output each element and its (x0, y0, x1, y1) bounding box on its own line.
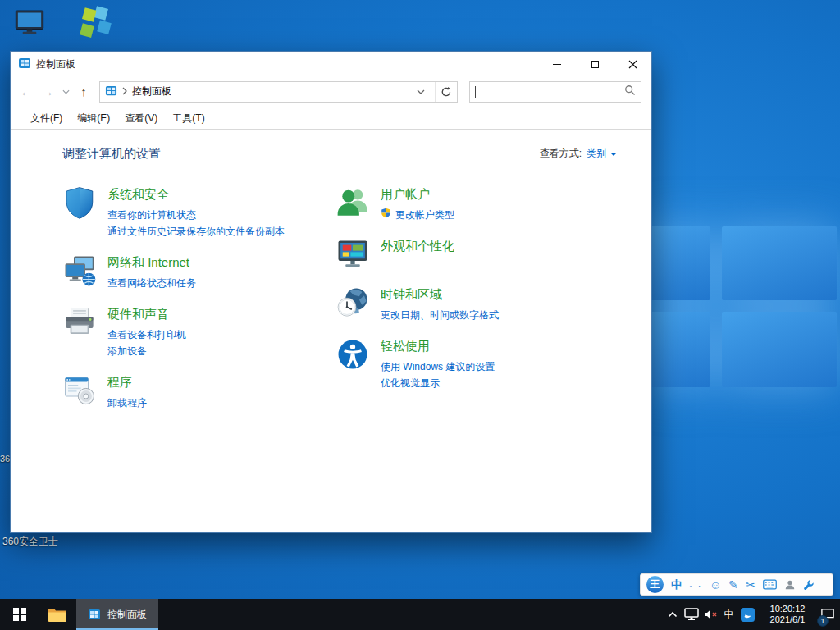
windows-logo-pane (650, 226, 710, 300)
category-task-link[interactable]: 添加设备 (107, 343, 186, 359)
menu-file[interactable]: 文件(F) (24, 112, 69, 126)
programs-icon[interactable] (62, 373, 97, 408)
ime-pencil-icon[interactable]: ✎ (728, 578, 738, 591)
system-security-shield-icon[interactable] (62, 185, 97, 220)
category-task-link[interactable]: 卸载程序 (107, 395, 147, 411)
category-task-link[interactable]: 查看网络状态和任务 (107, 275, 196, 291)
printer-icon[interactable] (62, 305, 97, 340)
category-title-link[interactable]: 程序 (107, 375, 147, 390)
ime-toolbox-icon[interactable] (803, 579, 815, 591)
category-title-link[interactable]: 用户帐户 (381, 187, 454, 203)
maximize-icon (591, 61, 599, 68)
ime-emoji-icon[interactable]: ☺ (710, 578, 721, 591)
menu-bar: 文件(F) 编辑(E) 查看(V) 工具(T) (11, 107, 651, 130)
category-network-internet: 网络和 Internet 查看网络状态和任务 (62, 253, 336, 291)
pinwheel-icon (76, 4, 114, 42)
category-title-link[interactable]: 外观和个性化 (381, 239, 454, 254)
taskbar: 控制面板 中 10:20:12 2021/6/1 1 (0, 599, 840, 630)
ime-lang-mode[interactable]: 中 (671, 578, 682, 592)
breadcrumb[interactable]: 控制面板 (132, 84, 171, 98)
tray-ime-mode[interactable]: 中 (719, 599, 738, 630)
category-task-link[interactable]: 使用 Windows 建议的设置 (381, 358, 495, 375)
appearance-personalization-icon[interactable] (336, 237, 370, 272)
monitor-icon (13, 7, 46, 39)
notification-badge: 1 (817, 615, 829, 627)
back-button[interactable]: ← (17, 84, 35, 98)
chevron-down-icon (610, 153, 617, 156)
tray-clock[interactable]: 10:20:12 2021/6/1 (762, 604, 813, 625)
category-programs: 程序 卸载程序 (62, 373, 336, 411)
category-task-link[interactable]: 通过文件历史记录保存你的文件备份副本 (107, 223, 285, 240)
ime-profile-icon[interactable] (784, 579, 796, 591)
menu-tools[interactable]: 工具(T) (166, 112, 211, 126)
view-by-value: 类别 (587, 147, 606, 161)
category-title-link[interactable]: 硬件和声音 (107, 307, 186, 322)
minimize-button[interactable] (538, 52, 576, 76)
desktop: 360安全卫士 360安全卫士 控制面板 ← → ↑ (0, 0, 840, 630)
window-title: 控制面板 (36, 57, 75, 71)
taskbar-control-panel[interactable]: 控制面板 (76, 599, 158, 630)
wallpaper-windows-logo (650, 226, 837, 387)
clock-region-icon[interactable] (336, 285, 370, 320)
start-button[interactable] (0, 599, 39, 630)
tray-network-icon[interactable] (682, 599, 701, 630)
category-title-link[interactable]: 系统和安全 (107, 187, 285, 203)
category-task-link[interactable]: 查看设备和打印机 (107, 326, 186, 343)
ease-of-access-icon[interactable] (336, 337, 370, 372)
recent-pages-chevron-icon[interactable] (60, 89, 71, 94)
desktop-icon-this-pc[interactable] (13, 7, 46, 39)
forward-button[interactable]: → (39, 84, 57, 98)
ime-logo-badge[interactable]: 王 (646, 576, 664, 593)
category-appearance-personalization: 外观和个性化 (336, 237, 609, 272)
search-box[interactable] (469, 81, 641, 103)
explorer-toolbar: ← → ↑ 控制面板 (11, 76, 651, 107)
category-task-link[interactable]: 查看你的计算机状态 (107, 207, 285, 223)
close-button[interactable] (614, 52, 651, 76)
category-task-label: 更改帐户类型 (395, 207, 454, 223)
category-title-link[interactable]: 网络和 Internet (107, 255, 196, 271)
windows-start-icon (13, 608, 26, 621)
text-caret (475, 86, 476, 98)
close-icon (628, 60, 637, 69)
network-internet-icon[interactable] (62, 253, 97, 288)
category-hardware-sound: 硬件和声音 查看设备和打印机 添加设备 (62, 305, 336, 359)
category-task-link[interactable]: 优化视觉显示 (381, 375, 495, 391)
category-user-accounts: 用户帐户 更改帐户类型 (336, 185, 609, 223)
address-bar[interactable]: 控制面板 (99, 81, 458, 103)
clock-date: 2021/6/1 (762, 614, 813, 625)
maximize-button[interactable] (576, 52, 614, 76)
category-task-link[interactable]: 更改帐户类型 (381, 207, 454, 223)
ime-keyboard-icon[interactable] (763, 579, 777, 590)
category-title-link[interactable]: 轻松使用 (381, 339, 495, 354)
taskbar-app-label: 控制面板 (107, 608, 147, 622)
category-task-link[interactable]: 更改日期、时间或数字格式 (381, 307, 499, 323)
ime-scissors-icon[interactable]: ✂ (746, 578, 756, 591)
desktop-icon-label-clipped: 360安全卫士 (0, 453, 10, 465)
ime-punctuation-icon[interactable]: 。， (689, 579, 702, 590)
refresh-button[interactable] (435, 82, 457, 102)
search-icon[interactable] (624, 84, 636, 98)
up-button[interactable]: ↑ (75, 84, 93, 98)
address-dropdown-icon[interactable] (412, 89, 430, 94)
user-accounts-icon[interactable] (336, 185, 370, 220)
folder-icon (48, 606, 67, 623)
category-title-link[interactable]: 时钟和区域 (381, 287, 499, 303)
action-center-button[interactable]: 1 (818, 599, 837, 630)
window-titlebar[interactable]: 控制面板 (11, 52, 651, 76)
view-by-label: 查看方式: (540, 147, 582, 161)
menu-view[interactable]: 查看(V) (118, 112, 164, 126)
tray-volume-muted-icon[interactable] (701, 599, 719, 630)
desktop-icon-pinwheel-app[interactable] (76, 4, 114, 42)
tray-ime-app-icon[interactable] (738, 599, 757, 630)
view-by-selector[interactable]: 类别 (587, 147, 617, 161)
page-title: 调整计算机的设置 (62, 146, 161, 162)
chevron-up-icon (668, 611, 678, 618)
taskbar-file-explorer[interactable] (39, 599, 76, 630)
windows-logo-pane (722, 312, 837, 387)
menu-edit[interactable]: 编辑(E) (71, 112, 116, 126)
breadcrumb-chevron-icon[interactable] (122, 86, 127, 98)
uac-shield-icon (381, 207, 391, 223)
control-panel-window: 控制面板 ← → ↑ 控制 (10, 51, 652, 533)
control-panel-icon (105, 84, 117, 99)
tray-show-hidden-icons[interactable] (663, 599, 682, 630)
